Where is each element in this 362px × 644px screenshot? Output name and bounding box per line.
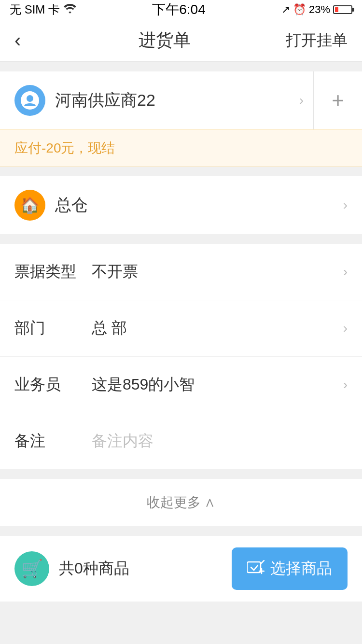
wifi-icon xyxy=(64,3,76,16)
select-product-button[interactable]: 选择商品 xyxy=(232,547,348,590)
time-display: 下午6:04 xyxy=(152,0,206,19)
svg-line-2 xyxy=(261,560,265,564)
cart-icon-wrap: 🛒 xyxy=(14,551,49,586)
remark-placeholder: 备注内容 xyxy=(92,431,348,452)
department-row[interactable]: 部门 总 部 › xyxy=(0,300,362,357)
invoice-type-value: 不开票 xyxy=(92,261,338,282)
plus-icon: + xyxy=(332,88,344,112)
open-pending-button[interactable]: 打开挂单 xyxy=(286,30,348,51)
svg-point-0 xyxy=(27,95,33,102)
product-count: 共0种商品 xyxy=(59,558,222,579)
battery-icon xyxy=(333,5,352,14)
supplier-avatar xyxy=(14,85,45,116)
status-right: ↗ ⏰ 23% xyxy=(281,3,352,16)
remark-label: 备注 xyxy=(14,431,92,452)
status-left: 无 SIM 卡 xyxy=(10,2,76,17)
add-supplier-button[interactable]: + xyxy=(314,71,362,129)
supplier-selector[interactable]: 河南供应商22 › xyxy=(0,71,314,129)
warehouse-name: 总仓 xyxy=(55,194,334,216)
warehouse-icon-wrap: 🏠 xyxy=(14,190,45,221)
invoice-type-chevron: › xyxy=(343,264,348,280)
notice-banner: 应付-20元，现结 xyxy=(0,129,362,167)
alarm-icon: ⏰ xyxy=(293,3,306,16)
page-bottom xyxy=(0,602,362,644)
salesperson-value: 这是859的小智 xyxy=(92,374,338,395)
department-label: 部门 xyxy=(14,318,92,339)
svg-line-4 xyxy=(254,565,258,570)
battery-text: 23% xyxy=(309,3,330,16)
nav-bar: ‹ 进货单 打开挂单 xyxy=(0,19,362,62)
remark-row[interactable]: 备注 备注内容 xyxy=(0,413,362,469)
warehouse-selector[interactable]: 🏠 总仓 › xyxy=(0,176,362,234)
salesperson-label: 业务员 xyxy=(14,374,92,395)
supplier-section: 河南供应商22 › + xyxy=(0,71,362,129)
warehouse-chevron-icon: › xyxy=(343,197,348,213)
select-product-label: 选择商品 xyxy=(270,558,332,579)
collapse-row[interactable]: 收起更多 ∧ xyxy=(0,479,362,526)
invoice-type-label: 票据类型 xyxy=(14,261,92,282)
form-section: 票据类型 不开票 › 部门 总 部 › 业务员 这是859的小智 › 备注 备注… xyxy=(0,244,362,469)
supplier-name: 河南供应商22 xyxy=(55,89,290,112)
section-gap-1 xyxy=(0,62,362,71)
collapse-label: 收起更多 ∧ xyxy=(147,493,216,512)
page-title: 进货单 xyxy=(43,28,286,52)
warehouse-section: 🏠 总仓 › xyxy=(0,176,362,234)
back-button[interactable]: ‹ xyxy=(14,29,43,51)
warehouse-icon: 🏠 xyxy=(20,196,40,214)
person-icon xyxy=(22,93,38,108)
cart-icon: 🛒 xyxy=(21,559,43,579)
salesperson-chevron: › xyxy=(343,377,348,392)
location-icon: ↗ xyxy=(281,3,290,16)
department-chevron: › xyxy=(343,321,348,336)
select-product-icon xyxy=(247,560,265,578)
carrier-text: 无 SIM 卡 xyxy=(10,2,60,17)
bottom-bar: 🛒 共0种商品 选择商品 xyxy=(0,536,362,602)
department-value: 总 部 xyxy=(92,318,338,339)
supplier-chevron-icon: › xyxy=(299,93,304,108)
notice-text: 应付-20元，现结 xyxy=(14,140,115,155)
status-bar: 无 SIM 卡 下午6:04 ↗ ⏰ 23% xyxy=(0,0,362,19)
salesperson-row[interactable]: 业务员 这是859的小智 › xyxy=(0,357,362,413)
svg-line-3 xyxy=(251,567,254,570)
invoice-type-row[interactable]: 票据类型 不开票 › xyxy=(0,244,362,300)
